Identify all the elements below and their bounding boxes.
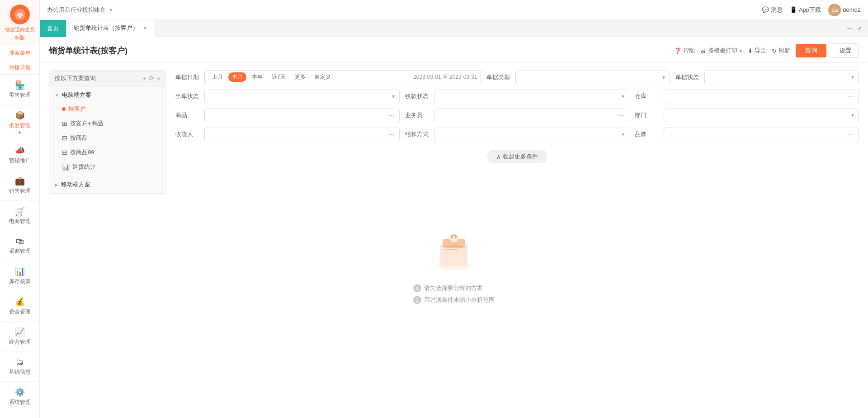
warehouse-control[interactable]: ··· bbox=[664, 90, 859, 103]
goods-control[interactable]: ··· bbox=[204, 109, 400, 122]
scheme-item-by-goods99[interactable]: ⊟ 按商品99 bbox=[49, 145, 166, 160]
scheme-add-icon[interactable]: + bbox=[142, 75, 146, 82]
scheme-item-by-customer[interactable]: 按客户 bbox=[49, 102, 166, 116]
goods-label: 商品 bbox=[175, 111, 201, 119]
doctype-control[interactable]: ▾ bbox=[515, 71, 670, 84]
maximize-btn[interactable]: ⤢ bbox=[856, 25, 863, 32]
help-btn[interactable]: ❓ 帮助 bbox=[674, 47, 695, 55]
sidebar-item-retail[interactable]: 🏪 零售管理 bbox=[0, 75, 39, 105]
message-icon: 💬 bbox=[762, 6, 769, 13]
goods99-icon: ⊟ bbox=[62, 149, 67, 156]
date-tab-thisyear[interactable]: 本年 bbox=[248, 72, 266, 82]
sidebar-item-wholesale[interactable]: 📦 批发管理 ▲ bbox=[0, 105, 39, 140]
active-dot-icon bbox=[62, 107, 66, 111]
search-menu[interactable]: 搜索菜单 bbox=[0, 46, 39, 61]
scheme-item-by-customer-goods[interactable]: ⊞ 按客户+商品 bbox=[49, 116, 166, 131]
filter-row-2: 出库状态 ▾ 收款状态 ▾ bbox=[175, 90, 859, 103]
goods-dots-icon[interactable]: ··· bbox=[389, 111, 395, 119]
collapse-button[interactable]: ∧ 收起更多条件 bbox=[487, 150, 547, 163]
settlement-dropdown-icon[interactable]: ▾ bbox=[622, 131, 624, 138]
salesperson-label: 业务员 bbox=[405, 111, 430, 119]
svg-point-1 bbox=[19, 15, 21, 18]
docstatus-dropdown-icon[interactable]: ▾ bbox=[851, 74, 854, 81]
sidebar-item-operation[interactable]: 📈 经营管理 bbox=[0, 322, 39, 352]
date-tab-7days[interactable]: 近7天 bbox=[268, 72, 289, 82]
user-area[interactable]: Ea demo2 bbox=[828, 4, 861, 16]
date-tab-thismonth[interactable]: 本月 bbox=[228, 72, 246, 82]
date-control[interactable]: 上月 本月 本年 近7天 更多 自定义 2023-03-01 至 2023-03… bbox=[204, 70, 481, 84]
scheme-collapse-icon[interactable]: « bbox=[157, 75, 160, 82]
message-btn[interactable]: 💬 消息 bbox=[762, 6, 783, 14]
scheme-item-by-goods[interactable]: ⊟ 按商品 bbox=[49, 131, 166, 145]
minimize-btn[interactable]: — bbox=[846, 25, 853, 32]
department-label: 部门 bbox=[635, 111, 660, 119]
docstatus-control[interactable]: ▾ bbox=[704, 71, 859, 84]
settings-button[interactable]: 设置 bbox=[832, 43, 859, 58]
sidebar-item-base[interactable]: 🗂 基础信息 bbox=[0, 352, 39, 382]
scheme-refresh-icon[interactable]: ⟳ bbox=[149, 75, 154, 82]
date-tab-more[interactable]: 更多 bbox=[291, 72, 309, 82]
sidebar: 畅捷通好生意 标版 搜索菜单 快捷导航 🏪 零售管理 📦 批发管理 ▲ 📣 营销… bbox=[0, 0, 40, 418]
date-tab-custom[interactable]: 自定义 bbox=[311, 72, 335, 82]
header-right: 💬 消息 📱 App下载 Ea demo2 bbox=[762, 4, 861, 16]
brand-label: 品牌 bbox=[635, 130, 660, 138]
quick-nav[interactable]: 快捷导航 bbox=[0, 61, 39, 75]
warehouse-dots-icon[interactable]: ··· bbox=[848, 92, 854, 100]
salesperson-dots-icon[interactable]: ··· bbox=[618, 111, 624, 119]
brand-dots-icon[interactable]: ··· bbox=[848, 130, 854, 138]
outstatus-dropdown-icon[interactable]: ▾ bbox=[392, 93, 395, 100]
main-area: 办公用品行业模拟账套 ▾ 💬 消息 📱 App下载 Ea demo2 首页 销货… bbox=[40, 0, 868, 418]
filter-group-department: 部门 ▾ bbox=[635, 109, 859, 122]
page-actions: ❓ 帮助 🖨 按模板打印 ▾ ⬇ 导出 ↻ 刷新 查询 设置 bbox=[674, 43, 859, 58]
tab-home[interactable]: 首页 bbox=[40, 20, 66, 37]
app-download-btn[interactable]: 📱 App下载 bbox=[790, 6, 821, 14]
export-icon: ⬇ bbox=[748, 48, 753, 54]
filter-row-4: 收货人 ··· 结算方式 ▾ bbox=[175, 128, 859, 141]
department-dropdown-icon[interactable]: ▾ bbox=[851, 112, 854, 119]
sales-tab-label: 销货单统计表（按客户） bbox=[74, 24, 138, 32]
sidebar-item-inventory[interactable]: 📊 库存核算 bbox=[0, 261, 39, 291]
sidebar-item-sales[interactable]: 💼 销售管理 bbox=[0, 171, 39, 201]
refresh-btn[interactable]: ↻ 刷新 bbox=[772, 47, 790, 55]
export-btn[interactable]: ⬇ 导出 bbox=[748, 47, 766, 55]
mobile-group-arrow-icon: ▶ bbox=[55, 182, 58, 187]
dropdown-arrow-icon[interactable]: ▾ bbox=[109, 6, 113, 13]
base-icon: 🗂 bbox=[16, 357, 24, 367]
receiver-control[interactable]: ··· bbox=[204, 128, 400, 141]
sidebar-item-marketing[interactable]: 📣 营销推广 bbox=[0, 140, 39, 171]
print-icon: 🖨 bbox=[700, 48, 706, 54]
department-control[interactable]: ▾ bbox=[664, 109, 859, 122]
system-icon: ⚙️ bbox=[15, 387, 25, 397]
outstatus-control[interactable]: ▾ bbox=[204, 90, 400, 103]
scheme-group-pc-header[interactable]: ▼ 电脑端方案 bbox=[49, 88, 166, 102]
doctype-dropdown-icon[interactable]: ▾ bbox=[662, 74, 665, 81]
sidebar-item-system[interactable]: ⚙️ 系统管理 bbox=[0, 382, 39, 412]
settlement-control[interactable]: ▾ bbox=[434, 128, 629, 141]
salesperson-control[interactable]: ··· bbox=[434, 109, 629, 122]
query-button[interactable]: 查询 bbox=[796, 44, 826, 57]
tab-bar: 首页 销货单统计表（按客户） ✕ — ⤢ bbox=[40, 20, 868, 37]
brand-control[interactable]: ··· bbox=[664, 128, 859, 141]
retail-icon: 🏪 bbox=[15, 80, 25, 90]
sidebar-item-enterprise[interactable]: 🤝 企业协同 bbox=[0, 412, 39, 418]
collectstatus-control[interactable]: ▾ bbox=[434, 90, 629, 103]
purchase-icon: 🛍 bbox=[16, 237, 24, 246]
svg-point-9 bbox=[455, 237, 457, 238]
outstatus-label: 出库状态 bbox=[175, 92, 201, 100]
date-tab-lastmonth[interactable]: 上月 bbox=[208, 72, 226, 82]
filter-group-outstatus: 出库状态 ▾ bbox=[175, 90, 400, 103]
scheme-group-mobile-header[interactable]: ▶ 移动端方案 bbox=[49, 178, 166, 191]
page-title: 销货单统计表(按客户) bbox=[49, 45, 127, 56]
tab-close-icon[interactable]: ✕ bbox=[143, 25, 147, 31]
page-header: 销货单统计表(按客户) ❓ 帮助 🖨 按模板打印 ▾ ⬇ 导出 ↻ 刷新 bbox=[40, 37, 868, 63]
goods-icon: ⊟ bbox=[62, 134, 67, 142]
sidebar-item-ecommerce[interactable]: 🛒 电商管理 bbox=[0, 201, 39, 231]
tab-sales-stat[interactable]: 销货单统计表（按客户） ✕ bbox=[66, 20, 155, 37]
scheme-item-return-stat[interactable]: 📊 退货统计 bbox=[49, 160, 166, 174]
sidebar-item-purchase[interactable]: 🛍 采购管理 bbox=[0, 231, 39, 261]
collectstatus-dropdown-icon[interactable]: ▾ bbox=[622, 93, 624, 100]
template-print-btn[interactable]: 🖨 按模板打印 ▾ bbox=[700, 47, 742, 55]
sidebar-item-finance[interactable]: 💰 资金管理 bbox=[0, 291, 39, 322]
filter-group-receiver: 收货人 ··· bbox=[175, 128, 400, 141]
receiver-dots-icon[interactable]: ··· bbox=[389, 130, 395, 138]
